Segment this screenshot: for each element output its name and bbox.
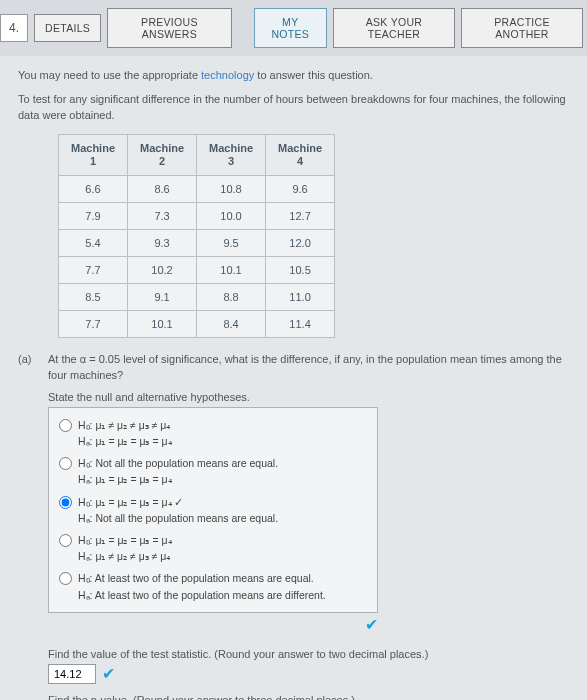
part-a-question: At the α = 0.05 level of significance, w… xyxy=(48,352,569,383)
hyp-line-1: H₀: At least two of the population means… xyxy=(78,571,326,585)
hypothesis-radio[interactable] xyxy=(59,534,72,547)
table-cell: 12.7 xyxy=(266,203,335,230)
check-icon: ✔ xyxy=(365,615,378,634)
hyp-line-2: Hₐ: μ₁ = μ₂ = μ₃ = μ₄ xyxy=(78,472,278,486)
intro-pre: You may need to use the appropriate xyxy=(18,69,201,81)
table-cell: 8.8 xyxy=(197,284,266,311)
intro-line-2: To test for any significant difference i… xyxy=(18,92,569,124)
hypothesis-choices: H₀: μ₁ ≠ μ₂ ≠ μ₃ ≠ μ₄Hₐ: μ₁ = μ₂ = μ₃ = … xyxy=(48,407,378,613)
part-label: (a) xyxy=(18,352,40,383)
hyp-line-1: H₀: μ₁ = μ₂ = μ₃ = μ₄ ✓ xyxy=(78,495,278,509)
technology-link[interactable]: technology xyxy=(201,69,254,81)
table-cell: 11.0 xyxy=(266,284,335,311)
table-cell: 9.5 xyxy=(197,230,266,257)
practice-another-button[interactable]: PRACTICE ANOTHER xyxy=(461,8,583,48)
hypothesis-choice[interactable]: H₀: μ₁ = μ₂ = μ₃ = μ₄ ✓Hₐ: Not all the p… xyxy=(57,491,369,529)
hypothesis-radio[interactable] xyxy=(59,457,72,470)
table-row: 7.710.210.110.5 xyxy=(59,257,335,284)
hyp-line-2: Hₐ: Not all the population means are equ… xyxy=(78,511,278,525)
table-cell: 6.6 xyxy=(59,176,128,203)
top-action-bar: 4. DETAILS PREVIOUS ANSWERS MY NOTES ASK… xyxy=(0,0,587,56)
table-header: Machine3 xyxy=(197,134,266,175)
table-header: Machine1 xyxy=(59,134,128,175)
intro-line-1: You may need to use the appropriate tech… xyxy=(18,68,569,84)
table-cell: 9.6 xyxy=(266,176,335,203)
table-cell: 10.5 xyxy=(266,257,335,284)
test-statistic-input[interactable] xyxy=(48,664,96,684)
hypothesis-choice[interactable]: H₀: μ₁ ≠ μ₂ ≠ μ₃ ≠ μ₄Hₐ: μ₁ = μ₂ = μ₃ = … xyxy=(57,414,369,452)
table-cell: 5.4 xyxy=(59,230,128,257)
hyp-line-1: H₀: μ₁ = μ₂ = μ₃ = μ₄ xyxy=(78,533,172,547)
table-cell: 8.5 xyxy=(59,284,128,311)
table-cell: 8.4 xyxy=(197,311,266,338)
table-cell: 10.8 xyxy=(197,176,266,203)
table-cell: 12.0 xyxy=(266,230,335,257)
find-test-stat-prompt: Find the value of the test statistic. (R… xyxy=(48,648,569,660)
state-hypotheses-label: State the null and alternative hypothese… xyxy=(48,391,569,403)
data-table: Machine1Machine2Machine3Machine4 6.68.61… xyxy=(58,134,335,338)
details-button[interactable]: DETAILS xyxy=(34,14,101,42)
table-cell: 10.2 xyxy=(128,257,197,284)
hyp-line-1: H₀: μ₁ ≠ μ₂ ≠ μ₃ ≠ μ₄ xyxy=(78,418,172,432)
hypothesis-choice[interactable]: H₀: At least two of the population means… xyxy=(57,567,369,605)
table-cell: 10.1 xyxy=(197,257,266,284)
check-icon: ✔ xyxy=(102,664,115,683)
hyp-line-2: Hₐ: μ₁ ≠ μ₂ ≠ μ₃ ≠ μ₄ xyxy=(78,549,172,563)
table-cell: 11.4 xyxy=(266,311,335,338)
hypothesis-radio[interactable] xyxy=(59,572,72,585)
table-cell: 7.7 xyxy=(59,257,128,284)
table-cell: 10.0 xyxy=(197,203,266,230)
table-cell: 8.6 xyxy=(128,176,197,203)
table-cell: 9.3 xyxy=(128,230,197,257)
hypothesis-radio[interactable] xyxy=(59,496,72,509)
table-cell: 10.1 xyxy=(128,311,197,338)
question-content: You may need to use the appropriate tech… xyxy=(0,56,587,700)
hyp-line-2: Hₐ: μ₁ = μ₂ = μ₃ = μ₄ xyxy=(78,434,172,448)
table-row: 5.49.39.512.0 xyxy=(59,230,335,257)
hypothesis-radio[interactable] xyxy=(59,419,72,432)
table-cell: 7.3 xyxy=(128,203,197,230)
table-row: 6.68.610.89.6 xyxy=(59,176,335,203)
table-cell: 7.9 xyxy=(59,203,128,230)
hypothesis-choice[interactable]: H₀: Not all the population means are equ… xyxy=(57,452,369,490)
ask-teacher-button[interactable]: ASK YOUR TEACHER xyxy=(333,8,455,48)
find-pvalue-prompt: Find the p-value. (Round your answer to … xyxy=(48,694,569,700)
intro-post: to answer this question. xyxy=(254,69,373,81)
table-cell: 9.1 xyxy=(128,284,197,311)
part-a: (a) At the α = 0.05 level of significanc… xyxy=(18,352,569,383)
my-notes-button[interactable]: MY NOTES xyxy=(254,8,327,48)
hyp-line-2: Hₐ: At least two of the population means… xyxy=(78,588,326,602)
table-header: Machine4 xyxy=(266,134,335,175)
question-number: 4. xyxy=(0,14,28,42)
table-row: 7.710.18.411.4 xyxy=(59,311,335,338)
table-header: Machine2 xyxy=(128,134,197,175)
hyp-line-1: H₀: Not all the population means are equ… xyxy=(78,456,278,470)
previous-answers-button[interactable]: PREVIOUS ANSWERS xyxy=(107,8,232,48)
hypothesis-choice[interactable]: H₀: μ₁ = μ₂ = μ₃ = μ₄Hₐ: μ₁ ≠ μ₂ ≠ μ₃ ≠ … xyxy=(57,529,369,567)
table-row: 7.97.310.012.7 xyxy=(59,203,335,230)
table-cell: 7.7 xyxy=(59,311,128,338)
table-row: 8.59.18.811.0 xyxy=(59,284,335,311)
